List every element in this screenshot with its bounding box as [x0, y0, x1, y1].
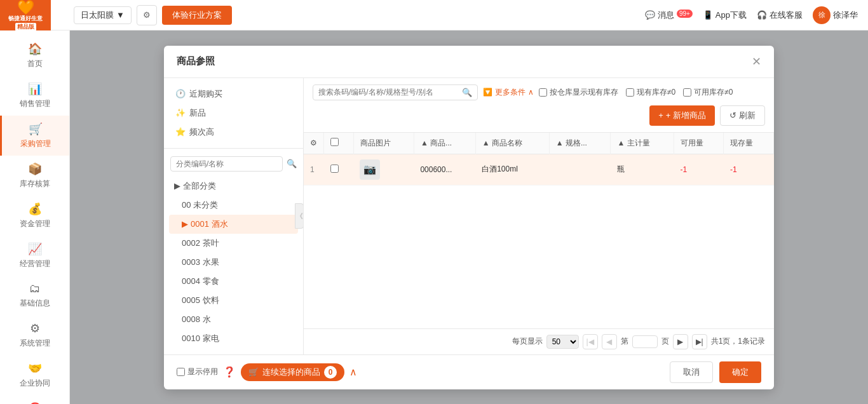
per-page-select[interactable]: 50 100 200	[546, 335, 579, 349]
show-disabled-checkbox[interactable]	[177, 368, 185, 376]
row-available: -1	[674, 154, 724, 185]
next-page-button[interactable]: ▶	[673, 334, 688, 349]
total-info: 共1页，1条记录	[711, 336, 765, 347]
col-code: ▲ 商品...	[414, 133, 475, 154]
category-fruit[interactable]: 0003 水果	[169, 253, 298, 272]
quick-item-recent[interactable]: 🕐 近期购买	[170, 84, 297, 104]
experience-button[interactable]: 体验行业方案	[162, 6, 232, 25]
page-label: 第	[621, 336, 628, 347]
sidebar-item-basic[interactable]: 🗂 基础信息	[0, 276, 69, 315]
table-row[interactable]: 1 📷 000600... 白酒100ml 瓶 -1 -1	[304, 154, 774, 185]
sidebar-label: 采购管理	[20, 138, 51, 149]
sidebar-item-finance[interactable]: 💰 资金管理	[0, 196, 69, 236]
cart-icon: 🛒	[248, 367, 259, 377]
last-page-button[interactable]: ▶|	[692, 334, 707, 349]
product-search-input[interactable]	[318, 88, 462, 97]
modal-left-panel: 🕐 近期购买 ✨ 新品 ⭐ 频次高 🔍	[164, 78, 304, 354]
avatar: 徐	[813, 6, 831, 24]
category-appliance[interactable]: 0010 家电	[169, 329, 298, 348]
cancel-button[interactable]: 取消	[670, 361, 713, 383]
sidebar-item-home[interactable]: 🏠 首页	[0, 36, 69, 76]
support-nav[interactable]: 🎧 在线客服	[757, 10, 803, 21]
quick-item-frequent[interactable]: ⭐ 频次高	[170, 123, 297, 142]
category-all[interactable]: ▶ 全部分类	[169, 177, 298, 196]
quick-item-new[interactable]: ✨ 新品	[170, 104, 297, 123]
select-all-checkbox[interactable]	[330, 138, 339, 146]
sidebar-item-guide[interactable]: 🎯 新手引导	[0, 395, 69, 404]
page-input[interactable]: 1	[632, 335, 658, 348]
category-water[interactable]: 0008 水	[169, 310, 298, 329]
action-buttons: + + 新增商品 ↺ 刷新	[649, 105, 765, 126]
warehouse-filter-label[interactable]: 按仓库显示现有库存	[539, 87, 618, 98]
category-liquor[interactable]: ▶ 0001 酒水	[169, 215, 298, 234]
sidebar-item-enterprise[interactable]: 🤝 企业协同	[0, 355, 69, 395]
top-navigation: 🧡 畅捷通好生意 精品版 日太阳膜 ▼ ⚙ 体验行业方案 💬 消息 99+ 📱 …	[0, 0, 868, 30]
collapse-panel-button[interactable]: 《	[295, 203, 304, 229]
sidebar-label: 库存核算	[20, 178, 50, 189]
row-checkbox	[324, 154, 354, 185]
product-thumbnail: 📷	[360, 159, 380, 180]
collapse-cart-button[interactable]: ∧	[349, 366, 357, 378]
category-drinks[interactable]: 0005 饮料	[169, 291, 298, 310]
app-label: App下载	[715, 10, 747, 21]
star-icon: ⭐	[175, 127, 186, 137]
category-snacks[interactable]: 0004 零食	[169, 272, 298, 291]
category-search-input[interactable]	[170, 156, 283, 172]
refresh-button[interactable]: ↺ 刷新	[720, 105, 765, 126]
available-filter-label[interactable]: 现有库存≠0	[626, 87, 675, 98]
sidebar-item-operation[interactable]: 📈 经营管理	[0, 236, 69, 276]
settings-button[interactable]: ⚙	[137, 5, 157, 25]
more-filters-button[interactable]: 🔽 更多条件 ∧	[483, 87, 534, 98]
cart-text: 连续选择的商品	[262, 367, 320, 378]
filter-checkboxes: 按仓库显示现有库存 现有库存≠0 可用库存≠0	[539, 87, 733, 98]
modal-overlay: 商品参照 ✕ 🕐 近期购买 ✨ 新品 ⭐ 频次高	[70, 30, 868, 404]
add-label: + 新增商品	[666, 110, 706, 121]
confirm-button[interactable]: 确定	[719, 361, 761, 383]
app-download-nav[interactable]: 📱 App下载	[703, 10, 747, 21]
show-disabled-label[interactable]: 显示停用	[177, 367, 218, 377]
prev-page-button[interactable]: ◀	[602, 334, 617, 349]
sales-icon: 📊	[28, 82, 42, 96]
modal-close-button[interactable]: ✕	[752, 55, 761, 69]
cart-area[interactable]: 🛒 连续选择的商品 0	[241, 363, 344, 381]
category-label: 0001 酒水	[191, 219, 228, 230]
usable-filter-checkbox[interactable]	[683, 88, 691, 97]
messages-nav[interactable]: 💬 消息 99+	[645, 10, 693, 21]
row-select-checkbox[interactable]	[330, 165, 339, 173]
category-label: 00 未分类	[182, 199, 218, 211]
usable-filter-text: 可用库存≠0	[694, 87, 733, 98]
help-icon[interactable]: ❓	[223, 366, 236, 378]
page-suffix: 页	[661, 336, 669, 347]
sidebar-item-sales[interactable]: 📊 销售管理	[0, 76, 69, 116]
modal-body: 🕐 近期购买 ✨ 新品 ⭐ 频次高 🔍	[164, 78, 774, 354]
category-tea[interactable]: 0002 茶叶	[169, 234, 298, 253]
category-uncategorized[interactable]: 00 未分类	[169, 196, 298, 215]
store-name: 日太阳膜	[81, 10, 114, 21]
add-product-button[interactable]: + + 新增商品	[649, 105, 715, 126]
quick-items-section: 🕐 近期购买 ✨ 新品 ⭐ 频次高	[164, 84, 303, 149]
available-filter-text: 现有库存≠0	[637, 87, 675, 98]
warehouse-filter-checkbox[interactable]	[539, 88, 547, 97]
available-filter-checkbox[interactable]	[626, 88, 634, 97]
sidebar-item-inventory[interactable]: 📦 库存核算	[0, 156, 69, 196]
modal-title: 商品参照	[177, 55, 215, 67]
messages-label: 消息	[658, 10, 674, 21]
first-page-button[interactable]: |◀	[583, 334, 598, 349]
filter-bar: 🔍 🔽 更多条件 ∧ 按仓库显示现有库存	[304, 78, 774, 133]
message-badge: 99+	[677, 10, 693, 18]
sidebar-item-purchase[interactable]: 🛒 采购管理	[0, 116, 69, 156]
col-settings[interactable]: ⚙	[304, 133, 324, 154]
category-label: 全部分类	[183, 180, 216, 192]
usable-filter-label[interactable]: 可用库存≠0	[683, 87, 733, 98]
product-table: ⚙ 商品图片 ▲ 商品... ▲ 商品名称 ▲ 规格..	[304, 133, 774, 185]
more-filters-label: 更多条件	[495, 87, 526, 98]
user-nav[interactable]: 徐 徐泽华	[813, 6, 858, 24]
sidebar-item-system[interactable]: ⚙ 系统管理	[0, 315, 69, 355]
store-selector[interactable]: 日太阳膜 ▼	[74, 6, 132, 24]
product-search-icon[interactable]: 🔍	[462, 88, 472, 97]
sidebar-label: 资金管理	[20, 219, 50, 229]
sidebar-label: 经营管理	[20, 259, 50, 269]
finance-icon: 💰	[28, 202, 42, 216]
category-search-icon[interactable]: 🔍	[287, 159, 297, 168]
sidebar: 🏠 首页 📊 销售管理 🛒 采购管理 📦 库存核算 💰 资金管理 📈 经营管理 …	[0, 30, 70, 404]
